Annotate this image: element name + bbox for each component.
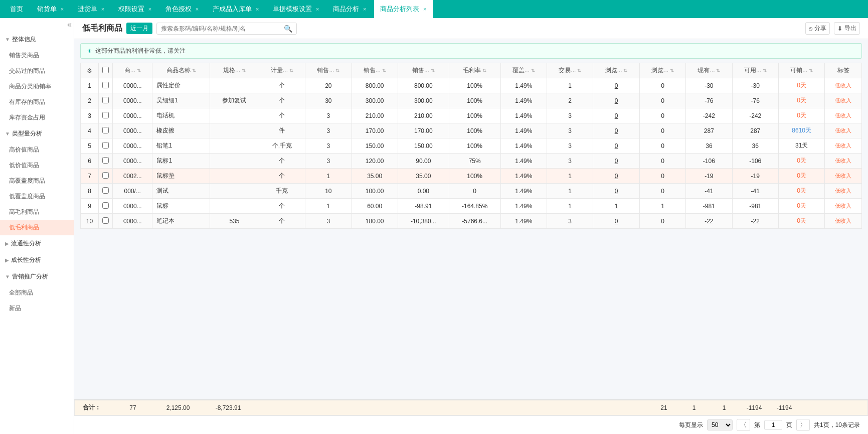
cell-checkbox[interactable]	[99, 123, 113, 138]
sidebar-item-in-stock[interactable]: 有库存的商品	[0, 94, 74, 110]
th-amount[interactable]: 销售...	[398, 63, 449, 78]
row-checkbox[interactable]	[102, 157, 109, 164]
cell-browse1[interactable]: 0	[593, 78, 639, 93]
cell-checkbox[interactable]	[99, 78, 113, 93]
nav-product-analysis-close[interactable]: ×	[363, 6, 366, 12]
nav-purchase[interactable]: 进货单 ×	[72, 0, 110, 18]
row-checkbox[interactable]	[102, 217, 109, 224]
row-checkbox[interactable]	[102, 202, 109, 209]
export-button[interactable]: ⬇ 导出	[834, 22, 860, 35]
cell-checkbox[interactable]	[99, 199, 113, 214]
sidebar-item-high-value[interactable]: 高价值商品	[0, 142, 74, 158]
sidebar-group-overall[interactable]: ▼ 整体信息	[0, 31, 74, 48]
cell-browse1[interactable]: 1	[593, 199, 639, 214]
row-checkbox[interactable]	[102, 82, 109, 88]
settings-icon[interactable]: ⚙	[87, 67, 92, 74]
browse1-link[interactable]: 0	[615, 218, 618, 225]
th-current[interactable]: 现有...	[686, 63, 732, 78]
nav-product-analysis-list-close[interactable]: ×	[423, 6, 426, 12]
row-checkbox[interactable]	[102, 112, 109, 118]
nav-sales-close[interactable]: ×	[61, 6, 64, 12]
browse1-link[interactable]: 0	[615, 188, 618, 195]
sidebar-item-high-margin[interactable]: 高毛利商品	[0, 204, 74, 220]
sidebar-collapse-btn[interactable]: «	[0, 18, 74, 31]
row-checkbox[interactable]	[102, 142, 109, 149]
browse1-link[interactable]: 0	[615, 112, 618, 119]
sidebar-item-category-rate[interactable]: 商品分类助销率	[0, 79, 74, 94]
nav-product-analysis[interactable]: 商品分析 ×	[327, 0, 372, 18]
th-gross-rate[interactable]: 毛利率	[449, 63, 500, 78]
cell-checkbox[interactable]	[99, 138, 113, 154]
nav-home[interactable]: 首页	[4, 0, 29, 18]
browse1-link[interactable]: 0	[615, 97, 618, 104]
th-usable[interactable]: 可用...	[732, 63, 778, 78]
nav-template[interactable]: 单据模板设置 ×	[267, 0, 325, 18]
sidebar-group-type-analysis[interactable]: ▼ 类型量分析	[0, 125, 74, 142]
time-filter-button[interactable]: 近一月	[126, 23, 152, 34]
browse1-link[interactable]: 0	[615, 142, 618, 150]
share-button[interactable]: ⎋ 分享	[805, 22, 830, 35]
cell-checkbox[interactable]	[99, 184, 113, 199]
cell-browse1[interactable]: 0	[593, 123, 639, 138]
sidebar-item-capital[interactable]: 库存资金占用	[0, 110, 74, 125]
th-qty[interactable]: 销售...	[305, 63, 352, 78]
browse1-link[interactable]: 0	[615, 127, 618, 134]
th-spec[interactable]: 规格...	[210, 63, 259, 78]
page-size-select[interactable]: 10 20 50 100	[707, 419, 733, 430]
nav-purchase-close[interactable]: ×	[101, 6, 104, 12]
row-checkbox[interactable]	[102, 172, 109, 179]
cell-browse1[interactable]: 0	[593, 154, 639, 169]
th-browse1[interactable]: 浏览...	[593, 63, 639, 78]
sidebar-item-low-margin[interactable]: 低毛利商品	[0, 220, 74, 235]
nav-roles[interactable]: 角色授权 ×	[159, 0, 205, 18]
cell-checkbox[interactable]	[99, 214, 113, 229]
sidebar-group-growth[interactable]: ▶ 成长性分析	[0, 252, 74, 268]
sidebar-item-low-value[interactable]: 低价值商品	[0, 158, 74, 173]
sidebar-item-traded-goods[interactable]: 交易过的商品	[0, 63, 74, 79]
sidebar-item-all-goods[interactable]: 全部商品	[0, 285, 74, 301]
browse1-link[interactable]: 0	[615, 173, 618, 180]
sidebar-group-circulation[interactable]: ▶ 流通性分析	[0, 235, 74, 252]
nav-sales[interactable]: 销货单 ×	[31, 0, 70, 18]
select-all-checkbox[interactable]	[102, 67, 109, 73]
browse1-link[interactable]: 0	[615, 158, 618, 165]
search-icon[interactable]: 🔍	[284, 25, 292, 33]
th-unit[interactable]: 计量...	[259, 63, 305, 78]
browse1-link[interactable]: 0	[615, 82, 618, 89]
sidebar-group-marketing[interactable]: ▼ 营销推广分析	[0, 268, 74, 285]
cell-browse1[interactable]: 0	[593, 93, 639, 108]
cell-checkbox[interactable]	[99, 93, 113, 108]
th-code[interactable]: 商...	[113, 63, 152, 78]
cell-browse1[interactable]: 0	[593, 169, 639, 184]
row-checkbox[interactable]	[102, 97, 109, 103]
page-number-input[interactable]	[764, 420, 782, 430]
row-checkbox[interactable]	[102, 187, 109, 194]
th-coverage[interactable]: 覆盖...	[500, 63, 547, 78]
browse1-link[interactable]: 1	[615, 203, 618, 210]
prev-page-btn[interactable]: 〈	[737, 419, 750, 431]
nav-permissions-close[interactable]: ×	[148, 6, 151, 12]
cell-checkbox[interactable]	[99, 108, 113, 123]
cell-browse1[interactable]: 0	[593, 184, 639, 199]
cell-browse1[interactable]: 0	[593, 108, 639, 123]
row-checkbox[interactable]	[102, 127, 109, 133]
th-trade[interactable]: 交易...	[547, 63, 593, 78]
cell-checkbox[interactable]	[99, 154, 113, 169]
sidebar-item-sales-goods[interactable]: 销售类商品	[0, 48, 74, 63]
cell-checkbox[interactable]	[99, 169, 113, 184]
th-price[interactable]: 销售...	[352, 63, 398, 78]
sidebar-item-new-goods[interactable]: 新品	[0, 301, 74, 316]
sidebar-item-low-coverage[interactable]: 低覆盖度商品	[0, 189, 74, 204]
cell-browse1[interactable]: 0	[593, 138, 639, 154]
nav-roles-close[interactable]: ×	[196, 6, 199, 12]
nav-permissions[interactable]: 权限设置 ×	[112, 0, 157, 18]
cell-browse1[interactable]: 0	[593, 214, 639, 229]
nav-product-entry-close[interactable]: ×	[256, 6, 259, 12]
th-browse2[interactable]: 浏览...	[639, 63, 685, 78]
sidebar-item-high-coverage[interactable]: 高覆盖度商品	[0, 173, 74, 189]
next-page-btn[interactable]: 〉	[796, 419, 810, 431]
nav-product-entry[interactable]: 产成品入库单 ×	[207, 0, 265, 18]
nav-template-close[interactable]: ×	[316, 6, 319, 12]
search-input[interactable]	[161, 25, 284, 32]
nav-product-analysis-list[interactable]: 商品分析列表 ×	[374, 0, 432, 18]
